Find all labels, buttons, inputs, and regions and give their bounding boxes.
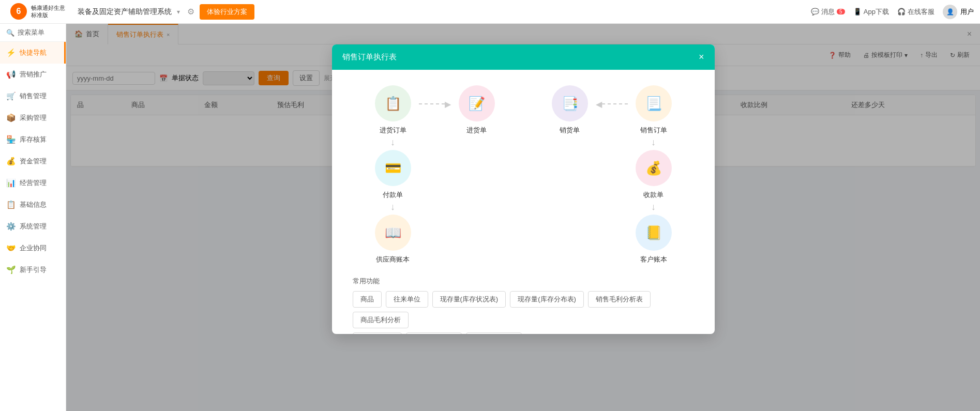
dropdown-arrow-icon[interactable]: ▾ xyxy=(177,8,180,16)
func-buttons: 商品 往来单位 现存量(库存状况表) 现存量(库存分布表) 销售毛利分析表 商品… xyxy=(353,291,694,328)
flow-node-receipt[interactable]: 💰 收款单 xyxy=(628,150,680,200)
flow-node-sales-order[interactable]: 📃 销售订单 xyxy=(628,85,680,135)
receipt-label: 收款单 xyxy=(643,190,664,200)
newbie-icon: 🌱 xyxy=(6,265,16,275)
func-btn-stock-status[interactable]: 现存量(库存状况表) xyxy=(432,291,506,308)
sidebar-item-sales[interactable]: 🛒 销售管理 xyxy=(0,85,66,107)
user-info[interactable]: 👤 用户 xyxy=(943,5,974,19)
phone-icon: 📱 xyxy=(853,8,862,16)
top-bar: 6 畅康通好生意 标准版 装备及固定资产辅助管理系统 ▾ ⚙ 体验行业方案 💬 … xyxy=(0,0,980,24)
arrow-down-2: ↓ xyxy=(390,202,395,212)
operation-icon: 📊 xyxy=(6,178,16,188)
supplier-ledger-label: 供应商账本 xyxy=(376,255,410,264)
logo-icon: 6 xyxy=(10,3,27,20)
sales-bill-label: 销货单 xyxy=(560,126,580,135)
customer-ledger-label: 客户账本 xyxy=(640,255,667,264)
message-badge: 5 xyxy=(837,9,845,14)
modal-title: 销售订单执行表 xyxy=(342,52,397,62)
purchase-order-circle: 📋 xyxy=(375,85,411,121)
arrow-h-1: ▶ xyxy=(419,85,451,109)
arrow-h-2: ◀ xyxy=(596,85,628,109)
sales-bill-circle: 📑 xyxy=(552,85,588,121)
func-btn-receipt-stat[interactable]: 收款情况统计 xyxy=(406,332,462,334)
finance-icon: 💰 xyxy=(6,157,16,166)
func-btn-sales-gross[interactable]: 销售毛利分析表 xyxy=(588,291,651,308)
payment-label: 付款单 xyxy=(383,190,403,200)
flow-node-payment[interactable]: 💳 付款单 xyxy=(367,150,419,200)
supplier-ledger-circle: 📖 xyxy=(375,215,411,251)
inventory-icon: 🏪 xyxy=(6,135,16,144)
func-buttons-row2: 销售排行榜 收款情况统计 付款情况统计 xyxy=(353,332,694,334)
sidebar-item-marketing[interactable]: 📢 营销推广 xyxy=(0,64,66,85)
top-bar-right: 💬 消息 5 📱 App下载 🎧 在线客服 👤 用户 xyxy=(811,5,974,19)
func-btn-goods[interactable]: 商品 xyxy=(353,291,382,308)
modal: 销售订单执行表 × 📋 进货订单 ↓ xyxy=(332,44,715,334)
flow-right-col: 📃 销售订单 ↓ 💰 收款单 ↓ 📒 客户账本 xyxy=(628,85,680,264)
trial-button[interactable]: 体验行业方案 xyxy=(200,4,254,20)
flow-node-supplier-ledger[interactable]: 📖 供应商账本 xyxy=(367,215,419,264)
flow-node-purchase-bill[interactable]: 📝 进货单 xyxy=(451,85,503,135)
sidebar-item-operation[interactable]: 📊 经营管理 xyxy=(0,172,66,194)
logo-text: 畅康通好生意 标准版 xyxy=(31,4,65,19)
sidebar-item-finance[interactable]: 💰 资金管理 xyxy=(0,150,66,172)
purchase-bill-circle: 📝 xyxy=(459,85,495,121)
logo-area: 6 畅康通好生意 标准版 xyxy=(6,0,72,24)
basic-icon: 📋 xyxy=(6,200,16,209)
modal-overlay: 销售订单执行表 × 📋 进货订单 ↓ xyxy=(66,24,980,411)
sidebar-item-quick-nav[interactable]: ⚡ 快捷导航 xyxy=(0,42,66,64)
flow-node-sales-bill[interactable]: 📑 销货单 xyxy=(544,85,596,135)
sidebar-search[interactable]: 🔍 搜索菜单 xyxy=(0,24,66,42)
system-icon: ⚙️ xyxy=(6,222,16,231)
arrow-down-4: ↓ xyxy=(651,202,656,212)
enterprise-icon: 🤝 xyxy=(6,243,16,253)
func-btn-payment-stat[interactable]: 付款情况统计 xyxy=(466,332,522,334)
sales-order-label: 销售订单 xyxy=(640,126,667,135)
payment-circle: 💳 xyxy=(375,150,411,186)
func-btn-goods-gross[interactable]: 商品毛利分析 xyxy=(353,312,409,328)
purchase-bill-label: 进货单 xyxy=(466,126,487,135)
common-functions-title: 常用功能 xyxy=(353,277,694,286)
modal-close-button[interactable]: × xyxy=(699,52,704,63)
sidebar-item-enterprise[interactable]: 🤝 企业协同 xyxy=(0,237,66,259)
app-download-item[interactable]: 📱 App下载 xyxy=(853,7,889,17)
app-container: 6 畅康通好生意 标准版 装备及固定资产辅助管理系统 ▾ ⚙ 体验行业方案 💬 … xyxy=(0,0,980,411)
receipt-circle: 💰 xyxy=(636,150,672,186)
search-icon: 🔍 xyxy=(6,29,14,37)
flow-node-purchase-order[interactable]: 📋 进货订单 xyxy=(367,85,419,135)
flow-mid-right-col: 📑 销货单 xyxy=(544,85,596,135)
message-item[interactable]: 💬 消息 5 xyxy=(811,7,845,17)
purchase-icon: 📦 xyxy=(6,113,16,123)
system-title: 装备及固定资产辅助管理系统 xyxy=(78,7,172,17)
sidebar-item-purchase[interactable]: 📦 采购管理 xyxy=(0,107,66,129)
quick-nav-icon: ⚡ xyxy=(6,48,16,57)
flow-node-customer-ledger[interactable]: 📒 客户账本 xyxy=(628,215,680,264)
marketing-icon: 📢 xyxy=(6,70,16,79)
arrow-down-3: ↓ xyxy=(651,137,656,148)
sidebar: 🔍 搜索菜单 ⚡ 快捷导航 📢 营销推广 🛒 销售管理 📦 采购管理 🏪 xyxy=(0,24,66,411)
arrow-down-1: ↓ xyxy=(390,137,395,148)
sales-order-circle: 📃 xyxy=(636,85,672,121)
message-icon: 💬 xyxy=(811,8,819,16)
func-btn-stock-dist[interactable]: 现存量(库存分布表) xyxy=(510,291,584,308)
sidebar-item-newbie[interactable]: 🌱 新手引导 xyxy=(0,259,66,281)
modal-body: 📋 进货订单 ↓ 💳 付款单 ↓ xyxy=(332,70,715,334)
customer-ledger-circle: 📒 xyxy=(636,215,672,251)
flow-left-col: 📋 进货订单 ↓ 💳 付款单 ↓ xyxy=(367,85,419,264)
sales-icon: 🛒 xyxy=(6,92,16,101)
sidebar-item-inventory[interactable]: 🏪 库存核算 xyxy=(0,129,66,150)
func-btn-counterpart[interactable]: 往来单位 xyxy=(386,291,428,308)
settings-icon[interactable]: ⚙ xyxy=(187,7,194,17)
sidebar-item-basic[interactable]: 📋 基础信息 xyxy=(0,194,66,216)
modal-header: 销售订单执行表 × xyxy=(332,44,715,70)
service-icon: 🎧 xyxy=(897,8,906,16)
common-functions: 常用功能 商品 往来单位 现存量(库存状况表) 现存量(库存分布表) 销售毛利分… xyxy=(353,277,694,334)
flow-mid-left-col: 📝 进货单 xyxy=(451,85,503,135)
online-service-item[interactable]: 🎧 在线客服 xyxy=(897,7,934,17)
flow-diagram: 📋 进货订单 ↓ 💳 付款单 ↓ xyxy=(353,85,694,264)
func-btn-sales-rank[interactable]: 销售排行榜 xyxy=(353,332,402,334)
avatar: 👤 xyxy=(943,5,957,19)
purchase-order-label: 进货订单 xyxy=(380,126,406,135)
sidebar-item-system[interactable]: ⚙️ 系统管理 xyxy=(0,216,66,237)
